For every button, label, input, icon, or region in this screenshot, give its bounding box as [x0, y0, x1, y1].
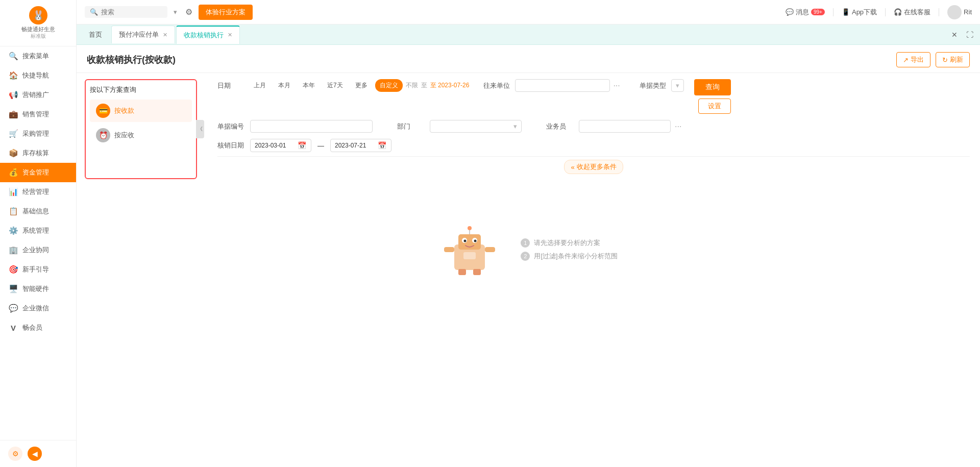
user-profile[interactable]: Rit	[947, 5, 972, 19]
setting-button[interactable]: 设置	[698, 99, 731, 114]
user-name: Rit	[964, 8, 972, 16]
tab-close-prepay[interactable]: ✕	[163, 32, 167, 38]
sidebar-item-wechat[interactable]: 💬 企业微信	[0, 299, 76, 318]
tab-controls: ✕ ⛶	[948, 29, 976, 41]
sidebar-item-purchase[interactable]: 🛒 采购管理	[0, 124, 76, 143]
tab-maximize-button[interactable]: ⛶	[964, 29, 976, 41]
date-btn-more[interactable]: 更多	[351, 79, 372, 92]
verify-date-label: 核销日期	[217, 141, 246, 150]
verify-date-start-input[interactable]: 2023-03-01 📅	[250, 139, 311, 152]
sidebar-item-label: 智能硬件	[22, 284, 49, 293]
online-service-button[interactable]: 🎧 在线客服	[894, 8, 930, 17]
empty-step-1-text: 请先选择要分析的方案	[534, 238, 600, 248]
staff-input-field[interactable]	[583, 122, 666, 130]
refresh-icon: ↻	[942, 56, 948, 64]
step-number-1: 1	[521, 238, 530, 248]
wechat-icon: 💬	[8, 304, 18, 313]
header-search-box[interactable]: 🔍	[85, 6, 167, 18]
sidebar-item-label: 经营管理	[22, 187, 49, 196]
page-header-actions: ↗ 导出 ↻ 刷新	[896, 52, 970, 67]
calendar-end-icon[interactable]: 📅	[378, 141, 386, 150]
empty-illustration	[439, 224, 500, 275]
sidebar-item-vip[interactable]: V 畅会员	[0, 318, 76, 337]
doc-type-select[interactable]: ▾	[671, 79, 684, 92]
dept-select[interactable]: ▾	[430, 120, 522, 133]
purchase-icon: 🛒	[8, 129, 18, 138]
date-btn-this-year[interactable]: 本年	[298, 79, 320, 92]
svg-rect-8	[444, 247, 454, 252]
user-avatar	[947, 5, 962, 19]
filter-action-buttons: 查询 设置	[694, 79, 731, 114]
by-receivable-icon: ⏰	[96, 128, 110, 142]
sidebar-item-enterprise[interactable]: 🏢 企业协同	[0, 240, 76, 260]
message-button[interactable]: 💬 消息 99+	[786, 8, 825, 17]
header-search-input[interactable]	[101, 8, 162, 16]
export-button[interactable]: ↗ 导出	[896, 52, 930, 67]
tab-close-all-button[interactable]: ✕	[948, 29, 961, 41]
page-header: 收款核销执行(按收款) ↗ 导出 ↻ 刷新	[77, 45, 980, 73]
sidebar-item-label: 销售管理	[22, 110, 49, 119]
date-btn-custom[interactable]: 自定义	[375, 79, 403, 92]
sidebar-item-search-menu[interactable]: 🔍 搜索菜单	[0, 46, 76, 66]
partner-input-field[interactable]	[520, 82, 605, 89]
app-download-button[interactable]: 📱 App下载	[842, 8, 877, 17]
step-number-2: 2	[521, 252, 530, 261]
doc-no-field[interactable]	[255, 122, 368, 130]
staff-dots[interactable]: ···	[675, 122, 687, 131]
collapse-more-button[interactable]: « 收起更多条件	[564, 160, 623, 174]
verify-date-start-field[interactable]: 2023-03-01	[255, 142, 296, 149]
partner-input[interactable]	[515, 79, 610, 92]
sidebar-collapse-button[interactable]: ◀	[28, 447, 42, 461]
verify-date-end-field[interactable]: 2023-07-21	[335, 142, 376, 149]
sidebar-item-label: 基础信息	[22, 207, 49, 216]
marketing-icon: 📢	[8, 90, 18, 100]
calendar-start-icon[interactable]: 📅	[298, 141, 306, 150]
tab-close-receipt[interactable]: ✕	[228, 32, 232, 38]
query-button[interactable]: 查询	[694, 79, 731, 95]
sidebar-item-funds[interactable]: 💰 资金管理	[0, 163, 76, 182]
date-btn-this-month[interactable]: 本月	[274, 79, 295, 92]
sidebar-settings-icon[interactable]: ⚙	[8, 447, 22, 461]
filter-option-by-receipt[interactable]: 💳 按收款	[90, 100, 192, 122]
app-download-label: App下载	[852, 8, 877, 17]
sidebar-item-business[interactable]: 📊 经营管理	[0, 182, 76, 202]
sidebar-item-label: 新手引导	[22, 265, 49, 274]
filter-option-by-receivable[interactable]: ⏰ 按应收	[90, 124, 192, 146]
svg-point-4	[464, 240, 467, 242]
sidebar-item-basic-info[interactable]: 📋 基础信息	[0, 202, 76, 221]
date-btn-last-month[interactable]: 上月	[249, 79, 271, 92]
filter-panel-collapse[interactable]: 《	[196, 120, 204, 138]
refresh-button[interactable]: ↻ 刷新	[936, 52, 970, 67]
date-btn-last-7days[interactable]: 近7天	[323, 79, 348, 92]
sidebar-item-marketing[interactable]: 📢 营销推广	[0, 85, 76, 105]
inventory-icon: 📦	[8, 149, 18, 158]
empty-state: 1 请先选择要分析的方案 2 用[过滤]条件来缩小分析范围	[77, 183, 980, 316]
staff-label: 业务员	[546, 122, 575, 131]
industry-solution-button[interactable]: 体验行业方案	[199, 5, 253, 20]
sidebar-logo: 🐰 畅捷通好生意 标准版	[0, 0, 76, 46]
sidebar-item-quick-nav[interactable]: 🏠 快捷导航	[0, 66, 76, 85]
sidebar-item-label: 畅会员	[22, 323, 42, 332]
svg-rect-11	[473, 269, 481, 275]
partner-dots[interactable]: ···	[613, 81, 625, 90]
doc-no-input[interactable]	[250, 120, 373, 133]
sidebar-nav: 🔍 搜索菜单 🏠 快捷导航 📢 营销推广 💼 销售管理 🛒 采购管理 📦 库存核…	[0, 46, 76, 440]
online-service-label: 在线客服	[904, 8, 930, 17]
staff-input[interactable]	[579, 120, 671, 133]
tab-prepay-conflict[interactable]: 预付冲应付单 ✕	[111, 26, 175, 43]
sidebar-item-smart-hw[interactable]: 🖥️ 智能硬件	[0, 279, 76, 299]
sidebar-item-sales[interactable]: 💼 销售管理	[0, 105, 76, 124]
empty-step-1: 1 请先选择要分析的方案	[521, 238, 617, 248]
sidebar-item-newbie[interactable]: 🎯 新手引导	[0, 260, 76, 279]
verify-date-end-input[interactable]: 2023-07-21 📅	[330, 139, 391, 152]
logo-badge: 标准版	[31, 33, 46, 40]
tab-home[interactable]: 首页	[81, 26, 110, 43]
header-gear-icon[interactable]: ⚙	[185, 7, 192, 17]
empty-instructions: 1 请先选择要分析的方案 2 用[过滤]条件来缩小分析范围	[521, 238, 617, 261]
sidebar-item-system[interactable]: ⚙️ 系统管理	[0, 221, 76, 240]
header-dropdown-chevron[interactable]: ▾	[174, 8, 177, 16]
doc-type-chevron: ▾	[676, 82, 679, 89]
tab-receipt-verify[interactable]: 收款核销执行 ✕	[176, 26, 240, 44]
sidebar-item-inventory[interactable]: 📦 库存核算	[0, 143, 76, 163]
system-icon: ⚙️	[8, 226, 18, 235]
